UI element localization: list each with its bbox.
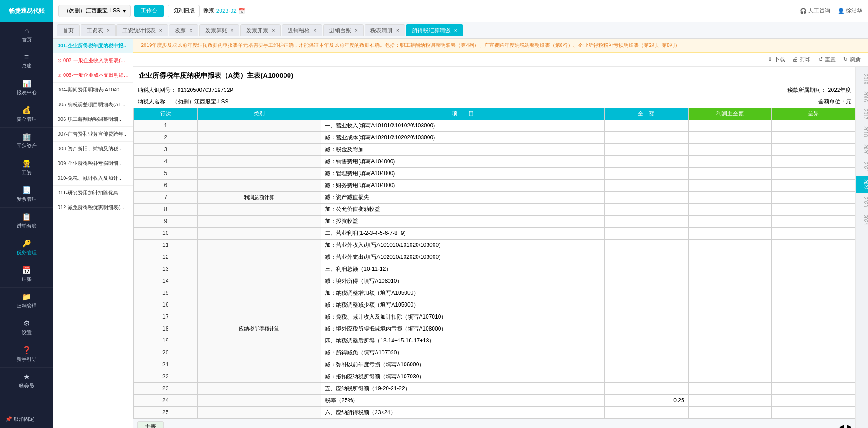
sidebar-item-purchase-sales[interactable]: 📋 进销台账 — [0, 208, 53, 234]
chay-cell[interactable] — [771, 227, 855, 239]
chay-cell[interactable] — [771, 287, 855, 299]
chay-cell[interactable] — [771, 143, 855, 155]
sidebar-item-archive[interactable]: 📁 归档管理 — [0, 288, 53, 314]
chay-cell[interactable] — [771, 215, 855, 227]
chay-cell[interactable] — [771, 323, 855, 335]
form-list-item-005[interactable]: 005-纳税调整项目明细表(A1... — [53, 97, 133, 112]
tab-close-purchase-ledger[interactable]: × — [355, 28, 358, 33]
quan-cell[interactable] — [605, 275, 688, 287]
tab-audit[interactable]: 进销稽核 × — [282, 24, 322, 36]
chay-cell[interactable] — [771, 311, 855, 323]
chay-cell[interactable] — [771, 120, 855, 131]
quan-cell[interactable] — [605, 131, 688, 143]
chay-cell[interactable] — [771, 167, 855, 179]
sidebar-item-finance[interactable]: 💰 资金管理 — [0, 101, 53, 128]
chay-cell[interactable] — [771, 275, 855, 287]
lirun-cell[interactable] — [688, 359, 771, 371]
calendar-icon[interactable]: 📅 — [238, 8, 245, 14]
tab-close-invoice[interactable]: × — [190, 28, 192, 33]
lirun-cell[interactable] — [688, 394, 771, 406]
lirun-cell[interactable] — [688, 143, 771, 155]
lirun-cell[interactable] — [688, 287, 771, 299]
chay-cell[interactable] — [771, 155, 855, 167]
chay-cell[interactable] — [771, 203, 855, 215]
lirun-cell[interactable] — [688, 263, 771, 275]
chay-cell[interactable] — [771, 179, 855, 191]
print-button[interactable]: 🖨 打印 — [793, 56, 811, 63]
form-list-item-001[interactable]: 001-企业所得税年度纳税申报... — [53, 39, 133, 53]
chay-cell[interactable] — [771, 382, 855, 394]
quan-cell[interactable] — [605, 167, 688, 179]
tab-close-tax-schedule[interactable]: × — [396, 28, 399, 33]
year-2021[interactable]: 2021 — [856, 158, 868, 176]
chay-cell[interactable] — [771, 347, 855, 359]
download-button[interactable]: ⬇ 下载 — [768, 56, 785, 63]
lirun-cell[interactable] — [688, 299, 771, 311]
quan-cell[interactable] — [605, 155, 688, 167]
lirun-cell[interactable] — [688, 347, 771, 359]
year-2023[interactable]: 2023 — [856, 193, 868, 211]
year-2018[interactable]: 2018 — [856, 123, 868, 140]
form-list-item-002[interactable]: ⊙ 002-一般企业收入明细表(A1... — [53, 53, 133, 68]
lirun-cell[interactable] — [688, 179, 771, 191]
quan-cell[interactable] — [605, 323, 688, 335]
tab-tax-schedule[interactable]: 税表清册 × — [365, 24, 405, 36]
sidebar-item-member[interactable]: ★ 畅会员 — [0, 368, 53, 394]
quan-cell[interactable] — [605, 347, 688, 359]
lirun-cell[interactable] — [688, 311, 771, 323]
quan-cell[interactable] — [605, 382, 688, 394]
quan-cell[interactable] — [605, 179, 688, 191]
form-list-item-010[interactable]: 010-免税、减计收入及加计... — [53, 171, 133, 186]
lirun-cell[interactable] — [688, 382, 771, 394]
sidebar-item-ledger[interactable]: ≡ 总账 — [0, 48, 53, 74]
quan-cell[interactable] — [605, 239, 688, 251]
quan-cell[interactable] — [605, 299, 688, 311]
lirun-cell[interactable] — [688, 167, 771, 179]
quan-cell[interactable] — [605, 143, 688, 155]
tab-invoice-open[interactable]: 发票开票 × — [240, 24, 281, 36]
year-2020[interactable]: 2020 — [856, 141, 868, 158]
form-list-item-012[interactable]: 012-减免所得税优惠明细表(... — [53, 200, 133, 215]
quan-cell[interactable] — [605, 251, 688, 263]
sidebar-item-home[interactable]: ⌂ 首页 — [0, 22, 53, 48]
tab-close-invoice-open[interactable]: × — [272, 28, 275, 33]
lirun-cell[interactable] — [688, 131, 771, 143]
tab-payroll-stats[interactable]: 工资统计报表 × — [116, 24, 168, 36]
quan-cell[interactable] — [605, 311, 688, 323]
form-list-item-008[interactable]: 008-资产折旧、摊销及纳税... — [53, 142, 133, 156]
lirun-cell[interactable] — [688, 323, 771, 335]
tab-payroll[interactable]: 工资表 × — [81, 24, 116, 36]
sidebar-item-settings[interactable]: ⚙ 设置 — [0, 314, 53, 341]
tab-close-income-tax[interactable]: × — [454, 28, 457, 33]
chay-cell[interactable] — [771, 239, 855, 251]
year-2024[interactable]: 2024 — [856, 211, 868, 228]
year-2017[interactable]: 2017 — [856, 105, 868, 123]
user-profile[interactable]: 👤 徐洁华 — [838, 7, 862, 15]
quan-cell[interactable] — [605, 203, 688, 215]
quan-cell[interactable] — [605, 359, 688, 371]
chay-cell[interactable] — [771, 263, 855, 275]
workbench-button[interactable]: 工作台 — [134, 5, 164, 17]
quan-cell[interactable] — [605, 191, 688, 203]
lirun-cell[interactable] — [688, 251, 771, 263]
form-list-item-003[interactable]: ⊙ 003-一般企业成本支出明细... — [53, 68, 133, 83]
bottom-tab-main[interactable]: 主表 — [137, 421, 164, 428]
chay-cell[interactable] — [771, 359, 855, 371]
lirun-cell[interactable] — [688, 335, 771, 347]
form-list-item-006[interactable]: 006-职工薪酬纳税调整明细... — [53, 112, 133, 127]
quan-cell[interactable] — [605, 120, 688, 131]
quan-cell[interactable] — [605, 215, 688, 227]
tab-invoice-calc[interactable]: 发票算账 × — [199, 24, 240, 36]
tab-income-tax[interactable]: 所得税汇算清缴 × — [406, 24, 463, 36]
tab-purchase-ledger[interactable]: 进销台账 × — [323, 24, 364, 36]
ai-consult-button[interactable]: 🎧 人工咨询 — [800, 7, 830, 15]
company-selector[interactable]: （勿删）江西服宝-LSS ▾ — [58, 5, 131, 17]
quan-cell[interactable] — [605, 406, 688, 418]
lirun-cell[interactable] — [688, 406, 771, 418]
lirun-cell[interactable] — [688, 239, 771, 251]
tab-home[interactable]: 首页 — [57, 24, 80, 36]
sidebar-item-reports[interactable]: 📊 报表中心 — [0, 74, 53, 101]
sidebar-item-payroll[interactable]: 👷 工资 — [0, 154, 53, 181]
form-list-item-009[interactable]: 009-企业所得税补亏损明细... — [53, 156, 133, 171]
quan-cell[interactable] — [605, 371, 688, 382]
